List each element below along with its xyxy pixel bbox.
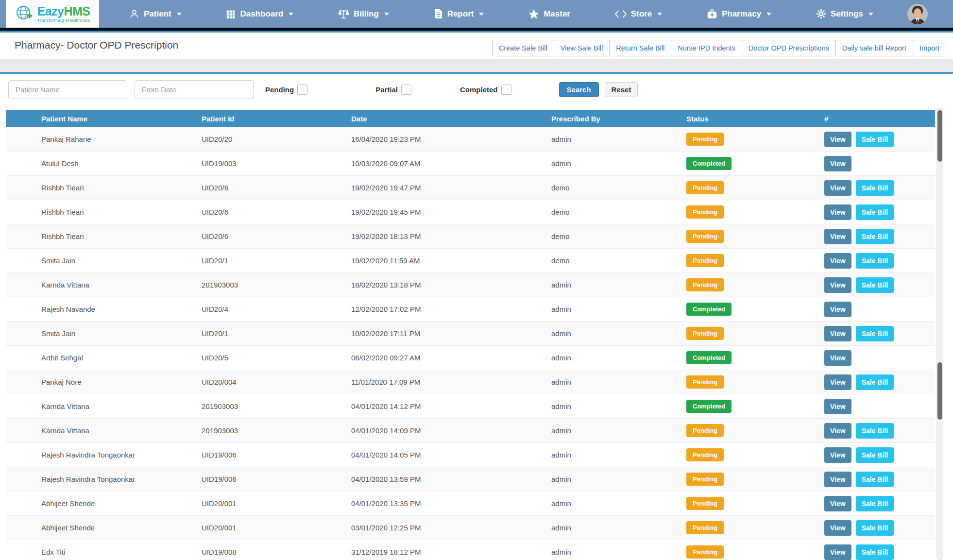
cell-actions: ViewSale Bill [824,520,935,536]
sale-bill-button[interactable]: Sale Bill [856,204,894,220]
column-header-status: Status [686,115,824,123]
cell-prescribed-by: demo [551,256,686,265]
sale-bill-button[interactable]: Sale Bill [856,180,894,196]
cell-date: 16/04/2020 19:23 PM [351,135,551,143]
view-button[interactable]: View [824,326,851,341]
sale-bill-button[interactable]: Sale Bill [856,423,894,439]
sale-bill-button[interactable]: Sale Bill [856,496,894,511]
column-header-patient-name: Patient Name [6,115,202,123]
view-button[interactable]: View [824,132,851,147]
view-button[interactable]: View [824,447,851,463]
brand-logo[interactable]: EazyHMS Transforming eHealthcare [6,0,99,28]
nav-item-dashboard[interactable]: Dashboard [226,9,293,19]
brand-tagline: Transforming eHealthcare [37,18,90,23]
sale-bill-button[interactable]: Sale Bill [856,326,894,341]
user-avatar[interactable] [907,4,928,24]
status-badge: Pending [686,375,724,389]
sale-bill-button[interactable]: Sale Bill [856,544,894,560]
scrollbar-thumb-lower[interactable] [937,362,942,420]
vertical-scrollbar[interactable] [936,108,943,560]
sale-bill-button[interactable]: Sale Bill [856,472,894,487]
cell-prescribed-by: admin [551,475,686,483]
report-icon [434,9,443,19]
view-button[interactable]: View [824,544,851,560]
cell-patient-name: Edx Titi [6,548,202,556]
view-button[interactable]: View [824,277,851,293]
view-button[interactable]: View [824,204,851,220]
sale-bill-button[interactable]: Sale Bill [856,132,894,147]
cell-prescribed-by: admin [551,426,686,435]
cell-patient-id: UID20/6 [202,184,351,192]
status-badge: Pending [686,424,724,437]
cell-actions: ViewSale Bill [824,423,935,439]
view-button[interactable]: View [824,423,851,439]
view-button[interactable]: View [824,253,851,269]
sale-bill-button[interactable]: Sale Bill [856,277,894,293]
cell-patient-name: Karnda Vittana [6,402,202,410]
chevron-down-icon [657,13,662,16]
nav-item-settings[interactable]: Settings [816,9,873,19]
cell-patient-id: UID20/1 [202,256,351,265]
cell-prescribed-by: admin [551,548,686,556]
nav-item-store[interactable]: Store [615,9,662,19]
nav-item-billing[interactable]: Billing [338,9,389,19]
view-button[interactable]: View [824,302,851,317]
globe-icon [15,3,34,25]
create-sale-bill-button[interactable]: Create Sale Bill [492,40,554,56]
pending-checkbox[interactable] [297,85,307,95]
view-button[interactable]: View [824,180,851,196]
sale-bill-button[interactable]: Sale Bill [856,520,894,536]
patient-name-input[interactable] [8,80,127,99]
view-button[interactable]: View [824,374,851,390]
doctor-opd-prescriptions-button[interactable]: Doctor OPD Prescriptions [742,40,836,56]
sale-bill-button[interactable]: Sale Bill [856,253,894,269]
nav-item-master[interactable]: Master [528,9,570,19]
return-sale-bill-button[interactable]: Return Sale Bill [609,40,671,56]
cell-actions: ViewSale Bill [824,447,935,463]
status-badge: Completed [686,157,732,170]
nurse-ipd-indents-button[interactable]: Nurse IPD Indents [671,40,742,56]
nav-item-report[interactable]: Report [434,9,484,19]
cell-prescribed-by: admin [551,499,686,508]
cell-patient-id: UID19/003 [202,159,351,168]
from-date-input[interactable] [135,80,254,99]
star-icon [528,9,539,19]
view-button[interactable]: View [824,156,851,171]
completed-checkbox[interactable] [501,85,511,95]
cell-prescribed-by: admin [551,329,686,338]
view-button[interactable]: View [824,496,851,511]
import-button[interactable]: Import [913,40,946,56]
table-row: Rajesh Ravindra TongaonkarUID19/00604/01… [6,467,935,492]
status-badge: Pending [686,473,724,486]
search-button[interactable]: Search [559,82,599,97]
cell-patient-id: UID20/001 [202,524,351,532]
view-button[interactable]: View [824,399,851,414]
view-sale-bill-button[interactable]: View Sale Bill [554,40,610,56]
cell-date: 19/02/2020 18:13 PM [351,232,551,240]
sale-bill-button[interactable]: Sale Bill [856,229,894,244]
view-button[interactable]: View [824,350,851,366]
pending-checkbox-label: Pending [265,85,294,94]
cell-date: 04/01/2020 13:35 PM [351,499,551,508]
nav-item-patient[interactable]: Patient [129,9,182,19]
table-row: Rajesh NavandeUID20/412/02/2020 17:02 PM… [6,297,935,322]
cell-status: Completed [686,351,824,364]
cell-patient-name: Rishbh Tieari [6,208,202,216]
reset-button[interactable]: Reset [605,82,638,97]
sale-bill-button[interactable]: Sale Bill [856,374,894,390]
cell-date: 11/01/2020 17:09 PM [351,378,551,386]
partial-checkbox[interactable] [401,85,411,95]
scrollbar-thumb-upper[interactable] [937,110,942,162]
table-row: Atulul DeshUID19/00310/03/2020 09:07 AMa… [6,152,935,176]
cell-patient-name: Arthit Sehgal [6,354,202,362]
cell-patient-name: Pankaj Rahane [6,135,202,143]
daily-sale-bill-report-button[interactable]: Daily sale bill Report [835,40,913,56]
sale-bill-button[interactable]: Sale Bill [856,447,894,463]
cell-prescribed-by: admin [551,524,686,532]
view-button[interactable]: View [824,520,851,536]
nav-item-pharmacy[interactable]: Pharmacy [707,9,771,19]
view-button[interactable]: View [824,229,851,244]
view-button[interactable]: View [824,472,851,487]
cell-status: Pending [686,497,824,510]
status-badge: Pending [686,545,724,559]
